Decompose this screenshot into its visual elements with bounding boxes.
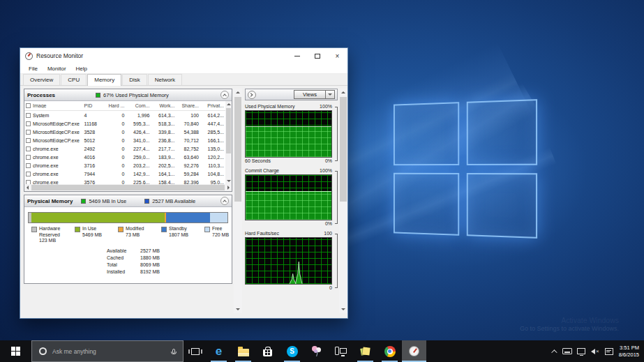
row-checkbox[interactable] (26, 163, 31, 168)
row-checkbox[interactable] (26, 155, 31, 160)
collapse-physical-memory-button[interactable] (220, 197, 229, 205)
taskbar-app-store[interactable] (255, 340, 280, 362)
tab-disk[interactable]: Disk (122, 74, 147, 85)
legend-item: In Use5469 MB (75, 226, 113, 244)
table-row[interactable]: MicrosoftEdgeCP.exe 111680595,3...518,3.… (24, 119, 225, 128)
menu-help[interactable]: Help (71, 66, 92, 72)
maximize-button[interactable] (307, 48, 327, 63)
commit-charge-chart (245, 174, 332, 220)
taskbar-app-chrome[interactable] (377, 340, 402, 362)
task-view-button[interactable] (184, 340, 207, 362)
available-label: 2527 MB Available (152, 198, 195, 204)
titlebar[interactable]: Resource Monitor × (20, 48, 347, 63)
taskbar-app-edge[interactable]: e (207, 340, 231, 362)
scroll-up-button[interactable] (234, 89, 242, 96)
taskbar-app-phone-companion[interactable] (329, 340, 353, 362)
processes-header[interactable]: Processes 67% Used Physical Memory (24, 89, 232, 101)
column-working-set[interactable]: Work... (151, 103, 176, 108)
scrollbar-thumb[interactable] (31, 185, 225, 190)
start-button[interactable] (0, 340, 31, 362)
taskbar-app-skype[interactable]: S (280, 340, 304, 362)
collapse-charts-button[interactable] (248, 91, 256, 99)
volume-button[interactable]: × (588, 340, 602, 362)
network-button[interactable] (574, 340, 588, 362)
chart-fill-area (246, 191, 331, 220)
memory-stats: Available2527 MB Cached1880 MB Total8069… (107, 248, 232, 275)
left-column-scrollbar[interactable] (234, 89, 242, 313)
table-row[interactable]: System 401,996614,3...100614,2... (24, 111, 225, 119)
hidden-icons-button[interactable] (546, 340, 560, 362)
table-row[interactable]: chrome.exe 40160259,0...183,9...63,64012… (24, 153, 225, 161)
taskbar-clock[interactable]: 3:51 PM 8/6/2015 (616, 345, 644, 358)
tab-cpu[interactable]: CPU (61, 74, 87, 85)
views-button[interactable]: Views (294, 90, 326, 99)
menu-monitor[interactable]: Monitor (43, 66, 71, 72)
phone-companion-icon (335, 347, 347, 356)
microphone-icon[interactable] (171, 349, 177, 354)
scroll-left-button[interactable] (24, 185, 31, 191)
column-hard-faults[interactable]: Hard ... (106, 103, 126, 108)
scroll-down-button[interactable] (234, 306, 242, 313)
table-vertical-scrollbar[interactable] (225, 101, 232, 184)
table-horizontal-scrollbar[interactable] (24, 184, 232, 191)
table-row[interactable]: chrome.exe 79440142,9...164,1...59,28410… (24, 169, 225, 178)
views-arrow-button[interactable] (326, 90, 335, 99)
scrollbar-thumb[interactable] (226, 108, 231, 153)
charts-column-scrollbar[interactable] (339, 89, 347, 313)
touch-keyboard-button[interactable] (560, 340, 574, 362)
used-memory-status: 67% Used Physical Memory (103, 92, 169, 98)
scroll-down-button[interactable] (339, 306, 347, 313)
row-checkbox[interactable] (26, 130, 31, 135)
row-checkbox[interactable] (26, 146, 31, 151)
table-row[interactable]: chrome.exe 35760225,6...158,4...82,39695… (24, 178, 225, 184)
scrollbar-thumb[interactable] (340, 97, 347, 202)
views-dropdown[interactable]: Views (294, 90, 335, 99)
resource-monitor-icon (409, 346, 419, 356)
action-center-icon (605, 348, 613, 355)
physical-memory-header[interactable]: Physical Memory 5469 MB In Use 2527 MB A… (24, 195, 232, 207)
tab-memory[interactable]: Memory (87, 74, 121, 86)
select-all-checkbox[interactable] (26, 103, 31, 108)
column-pid[interactable]: PID (83, 103, 106, 108)
chart-title: Hard Faults/sec (245, 230, 279, 237)
system-tray: × 3:51 PM 8/6/2015 (546, 340, 644, 362)
row-checkbox[interactable] (26, 121, 31, 126)
tab-network[interactable]: Network (148, 74, 182, 85)
scrollbar-thumb[interactable] (234, 97, 241, 202)
taskbar-app-flower[interactable] (304, 340, 329, 362)
row-checkbox[interactable] (26, 138, 31, 143)
column-image[interactable]: Image (24, 103, 83, 108)
row-checkbox[interactable] (26, 113, 31, 118)
chart-title: Used Physical Memory (245, 103, 295, 110)
memory-legend: Hardware Reserved123 MB In Use5469 MB Mo… (31, 226, 230, 244)
taskbar-app-notes[interactable] (353, 340, 377, 362)
table-row[interactable]: chrome.exe 24920227,4...217,7...82,75213… (24, 144, 225, 153)
search-input[interactable]: Ask me anything (31, 340, 184, 362)
column-shareable[interactable]: Share... (176, 103, 200, 108)
commit-charge-chart-block: Commit Charge100% 0% (245, 167, 338, 227)
scroll-up-button[interactable] (225, 101, 232, 107)
close-button[interactable]: × (327, 48, 347, 63)
collapse-processes-button[interactable] (220, 91, 229, 99)
file-explorer-icon (238, 349, 249, 356)
cortana-icon (39, 347, 47, 355)
column-commit[interactable]: Com... (126, 103, 151, 108)
column-private[interactable]: Privat... (200, 103, 225, 108)
windows-logo-pane (394, 102, 459, 165)
taskbar-app-file-explorer[interactable] (231, 340, 255, 362)
scroll-up-button[interactable] (339, 89, 347, 96)
scale-bracket (335, 171, 338, 224)
row-checkbox[interactable] (26, 172, 31, 176)
menu-file[interactable]: File (24, 66, 43, 72)
action-center-button[interactable] (602, 340, 616, 362)
table-row[interactable]: chrome.exe 37160203,2...202,5...92,27611… (24, 161, 225, 169)
table-row[interactable]: MicrosoftEdgeCP.exe 50120341,0...236,8..… (24, 136, 225, 144)
table-row[interactable]: MicrosoftEdgeCP.exe 35280426,4...339,8..… (24, 128, 225, 136)
processes-panel: Processes 67% Used Physical Memory Image… (24, 89, 232, 192)
hard-faults-chart-block: Hard Faults/sec100 0 (245, 230, 338, 292)
taskbar-app-resource-monitor[interactable] (402, 340, 426, 362)
scroll-down-button[interactable] (225, 178, 232, 184)
tab-overview[interactable]: Overview (23, 74, 60, 85)
minimize-button[interactable] (287, 48, 307, 63)
scroll-right-button[interactable] (225, 185, 232, 191)
